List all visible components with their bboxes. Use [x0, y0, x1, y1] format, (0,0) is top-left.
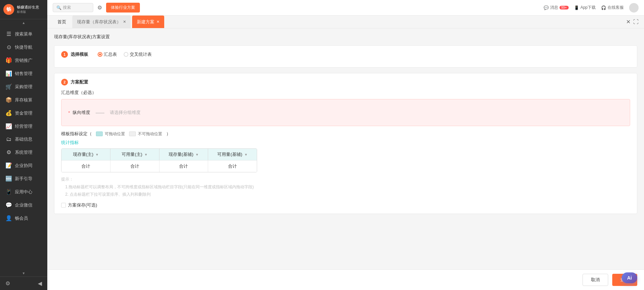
save-scheme-label: 方案保存(可选) [68, 202, 97, 208]
tips-item-2: 2. 点击标题栏下拉可设置排序、插入列和删除列 [65, 191, 630, 198]
dimension-box[interactable]: * 纵向维度 —— 请选择分组维度 [61, 99, 630, 126]
sidebar-item-shortcut[interactable]: ⊙ 快捷导航 [0, 41, 47, 54]
panel-expand-button[interactable]: ⛶ [633, 19, 639, 25]
message-button[interactable]: 💬 消息 99+ [544, 5, 569, 10]
dim-dash: —— [96, 110, 104, 115]
sidebar-item-marketing[interactable]: 🎁 营销推广 [0, 54, 47, 67]
tab-home[interactable]: 首页 [53, 16, 71, 28]
stats-col-cur-aux[interactable]: 现存量(基辅) ▼ [159, 149, 208, 160]
dimension-content: * 纵向维度 —— 请选择分组维度 [68, 110, 141, 116]
sidebar-item-newguide[interactable]: 🆕 新手引导 [0, 172, 47, 185]
online-service-button[interactable]: 🎧 在线客服 [601, 5, 624, 10]
inventory-icon: 📦 [5, 97, 12, 103]
tab-inventory-status[interactable]: 现存量（库存状况表） ✕ [72, 16, 131, 28]
service-icon: 🎧 [601, 5, 606, 10]
app-download-button[interactable]: 📱 App下载 [574, 5, 596, 10]
sidebar-item-sales[interactable]: 📊 销售管理 [0, 67, 47, 80]
sidebar-item-appcenter[interactable]: 📱 应用中心 [0, 185, 47, 198]
radio-summary[interactable]: 汇总表 [98, 51, 117, 57]
operations-icon: 📈 [5, 123, 12, 129]
stats-col-avail-aux[interactable]: 可用量(基辅) ▼ [208, 149, 257, 160]
tab-new-scheme-close[interactable]: ✕ [156, 20, 159, 24]
sidebar-logo: 畅 畅赚通好生意 标准版 [0, 0, 47, 19]
panel-close-button[interactable]: ✕ [626, 19, 630, 25]
tips-box: 提示： 1.拖动标题栏可以调整布局，不可跨维度或指标区域拖动栏目字段(只能在同一… [61, 176, 630, 198]
tips-title: 提示： [61, 176, 630, 182]
message-icon: 💬 [544, 5, 549, 10]
indicators-label-text: 模板指标设定（ [61, 131, 92, 137]
sidebar-item-purchase[interactable]: 🛒 采购管理 [0, 80, 47, 93]
settings-icon[interactable]: ⚙ [5, 280, 10, 287]
ai-fab-button[interactable]: Ai [622, 272, 637, 283]
save-scheme-checkbox[interactable] [61, 203, 66, 208]
cancel-button[interactable]: 取消 [583, 274, 608, 286]
tab-inventory-status-close[interactable]: ✕ [123, 20, 126, 24]
required-mark: * [68, 110, 70, 115]
logo-name: 畅赚通好生意 [17, 5, 39, 9]
stats-cell-cur-aux: 合计 [159, 161, 208, 172]
stats-cell-cur-main: 合计 [61, 161, 110, 172]
section1-title: 选择模板 [71, 51, 88, 57]
trial-button[interactable]: 体验行业方案 [106, 3, 140, 13]
dim-name: 纵向维度 [73, 110, 90, 116]
sidebar-item-inventory[interactable]: 📦 库存核算 [0, 93, 47, 106]
app-icon: 📱 [574, 5, 579, 10]
finance-icon: 💰 [5, 110, 12, 116]
page-title: 现存量(库存状况表)方案设置 [54, 34, 637, 40]
topbar-left: 🔍 搜索 ⚙ 体验行业方案 [53, 3, 140, 13]
logo-icon: 畅 [3, 4, 14, 15]
sidebar-item-basic[interactable]: 🗂 基础信息 [0, 133, 47, 146]
tabbar: 首页 现存量（库存状况表） ✕ 新建方案 ✕ ✕ ⛶ [47, 16, 644, 28]
topbar-right: 💬 消息 99+ 📱 App下载 🎧 在线客服 [544, 3, 639, 13]
col-avail-aux-chevron: ▼ [244, 153, 248, 156]
message-badge: 99+ [560, 6, 569, 9]
sidebar-nav: ☰ 搜索菜单 ⊙ 快捷导航 🎁 营销推广 📊 销售管理 🛒 采购管理 📦 库存核… [0, 26, 47, 270]
system-icon: ⚙ [5, 149, 12, 155]
section2-num: 2 [61, 79, 68, 86]
topbar: 🔍 搜索 ⚙ 体验行业方案 💬 消息 99+ 📱 App下载 🎧 在线客服 [47, 0, 644, 16]
sidebar-item-member[interactable]: 👤 畅会员 [0, 212, 47, 225]
radio-cross-label: 交叉统计表 [130, 51, 152, 57]
legend-fixed: 不可拖动位置 [129, 131, 162, 137]
tab-new-scheme[interactable]: 新建方案 ✕ [132, 16, 164, 28]
stats-table: 现存量(主) ▼ 可用量(主) ▼ 现存量(基辅) ▼ 可用量(基辅) ▼ [61, 148, 257, 172]
section2-header: 2 方案配置 [61, 79, 630, 86]
sidebar-scroll-up[interactable]: ▲ [0, 19, 47, 26]
sidebar-item-finance[interactable]: 💰 资金管理 [0, 106, 47, 120]
col-cur-main-chevron: ▼ [95, 153, 99, 156]
sidebar-item-operations[interactable]: 📈 经营管理 [0, 120, 47, 133]
col-avail-main-chevron: ▼ [144, 153, 148, 156]
search-icon: 🔍 [56, 5, 61, 10]
template-radio-group: 汇总表 交叉统计表 [98, 51, 152, 57]
tips-item-1: 1.拖动标题栏可以调整布局，不可跨维度或指标区域拖动栏目字段(只能在同一维度或指… [65, 184, 630, 191]
user-avatar[interactable] [629, 3, 639, 13]
radio-cross[interactable]: 交叉统计表 [124, 51, 152, 57]
sidebar-footer: ⚙ ◀ [0, 276, 47, 290]
collapse-icon[interactable]: ◀ [38, 280, 42, 287]
stats-cell-avail-aux: 合计 [208, 161, 257, 172]
dim-section-label: 汇总维度（必选） [61, 90, 630, 96]
sidebar-scroll-down[interactable]: ▼ [0, 270, 47, 276]
legend-fixed-box [129, 131, 136, 136]
appcenter-icon: 📱 [5, 189, 12, 195]
sidebar-item-enterprise[interactable]: 📝 企业协同 [0, 159, 47, 172]
sidebar-item-system[interactable]: ⚙ 系统管理 [0, 146, 47, 159]
search-menu-icon: ☰ [5, 31, 12, 37]
dim-placeholder: 请选择分组维度 [110, 110, 141, 116]
page-content: 现存量(库存状况表)方案设置 1 选择模板 汇总表 交叉统计表 [47, 28, 644, 269]
enterprise-icon: 📝 [5, 162, 12, 169]
stats-col-avail-main[interactable]: 可用量(主) ▼ [110, 149, 159, 160]
sidebar-item-search[interactable]: ☰ 搜索菜单 [0, 27, 47, 41]
stats-col-cur-main[interactable]: 现存量(主) ▼ [61, 149, 110, 160]
topbar-gear-icon[interactable]: ⚙ [97, 4, 102, 11]
purchase-icon: 🛒 [5, 83, 12, 90]
section1-num: 1 [61, 51, 68, 58]
newguide-icon: 🆕 [5, 175, 12, 182]
search-box[interactable]: 🔍 搜索 [53, 3, 93, 12]
section1-header: 1 选择模板 汇总表 交叉统计表 [61, 51, 630, 58]
sidebar-item-weixin[interactable]: 💬 企业微信 [0, 198, 47, 212]
logo-badge: 标准版 [17, 10, 39, 14]
basic-icon: 🗂 [5, 136, 12, 142]
section-scheme-config: 2 方案配置 汇总维度（必选） * 纵向维度 —— 请选择分组维度 模板指标设定… [54, 73, 637, 214]
col-cur-aux-chevron: ▼ [195, 153, 199, 156]
